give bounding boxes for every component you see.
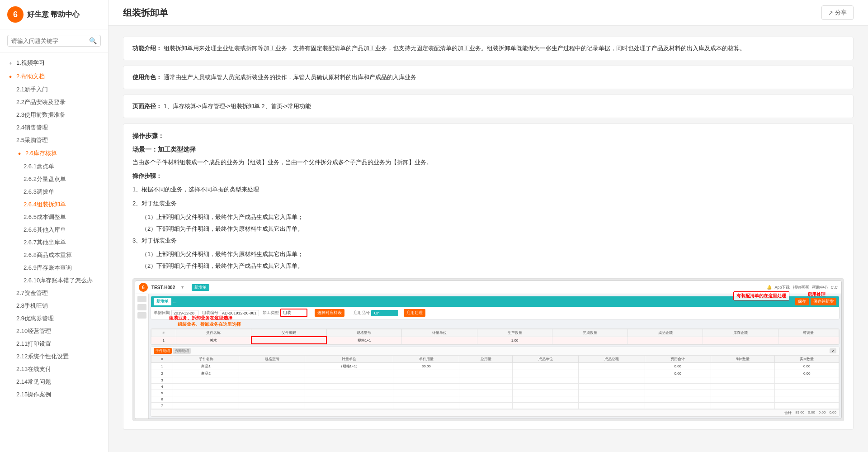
sidebar-item-video[interactable]: ＋ 1.视频学习	[0, 56, 108, 70]
intro-text: 组装拆卸单用来处理企业组装或拆卸等加工业务，支持有固定装配清单的产品加工业务，也…	[164, 45, 745, 52]
sidebar-item-cost-calc[interactable]: 2.6.8商品成本重算	[24, 249, 108, 262]
step3-sub1: （1）上部明细为父件明细，最终作为原材料生成其它出库单；	[142, 249, 844, 259]
upper-th-avail: 可调量	[778, 329, 839, 337]
lower-expand-btn[interactable]: ⤢	[830, 348, 836, 353]
sidebar-item-cases[interactable]: 2.15操作案例	[16, 388, 108, 401]
lower-row-4: 4	[151, 384, 839, 390]
step2-sub2: （2）下部明细为子件明细，最终作为原材料生成其它出库单。	[142, 224, 844, 234]
sidebar-label-docs: 2.帮助文档	[16, 72, 45, 81]
lower-row-6: 6	[151, 396, 839, 403]
share-icon: ↗	[828, 10, 833, 16]
sidebar-item-faq[interactable]: 2.14常见问题	[16, 376, 108, 388]
lower-th-unit: 计量单位	[305, 356, 393, 363]
type-label: 加工类型	[263, 310, 279, 316]
expand-icon-video: ＋	[7, 60, 14, 66]
sidebar-item-fund[interactable]: 2.7资金管理	[16, 287, 108, 300]
app-btn-select-bom[interactable]: 选择对应料表	[315, 309, 344, 317]
type-value[interactable]: 组装	[280, 309, 307, 317]
lower-th-actual-qty: 实M数量	[775, 356, 839, 363]
search-box[interactable]: 🔍	[7, 35, 101, 47]
app-content-area: 新增单 ... 保存 保存并新增 单据日期	[135, 294, 841, 419]
logo-area: 6 好生意 帮助中心	[0, 0, 108, 29]
upper-th-spec: 规格型号	[326, 329, 402, 337]
app-sidebar-icon-2	[137, 304, 146, 310]
sidebar-item-docs[interactable]: ● 2.帮助文档	[0, 70, 108, 83]
step1: 1、根据不同的业务，选择不同单据的类型来处理	[132, 185, 844, 195]
expand-icon-docs: ●	[7, 73, 14, 80]
sidebar-item-install[interactable]: 2.2产品安装及登录	[16, 96, 108, 109]
app-sidebar-icon-3	[137, 312, 146, 319]
app-btn-save[interactable]: 保存	[795, 298, 809, 305]
lower-row-2: 2 商品2	[151, 370, 839, 377]
lower-th-no: #	[151, 356, 173, 363]
upper-th-prod-amt: 成品金额	[627, 329, 703, 337]
lower-table: 子件明细 拆卸明细 ⤢	[151, 347, 840, 417]
lower-table-tabs: 子件明细 拆卸明细	[154, 348, 191, 354]
sidebar-item-other-out[interactable]: 2.6.7其他出库单	[24, 236, 108, 249]
app-form-tab-new[interactable]: 新增单	[154, 298, 171, 305]
search-input[interactable]	[11, 38, 89, 44]
sidebar-item-cost-adjust[interactable]: 2.6.5成本调整单	[24, 211, 108, 224]
sidebar-item-adjust[interactable]: 2.6.3调拨单	[24, 186, 108, 198]
status-value[interactable]: On	[371, 310, 398, 316]
sidebar-item-ops[interactable]: 2.10经营管理	[16, 325, 108, 338]
upper-th-parent-name: 父件名称	[176, 329, 251, 337]
intro-label: 功能介绍：	[132, 45, 162, 52]
sidebar-item-stocktake[interactable]: 2.6.1盘点单	[24, 160, 108, 173]
search-area: 🔍	[0, 29, 108, 52]
search-button[interactable]: 🔍	[89, 37, 97, 44]
app-form-tab-other[interactable]: ...	[173, 300, 177, 304]
lower-th-prod-unit: 成品单位	[513, 356, 579, 363]
app-tab-active[interactable]: 新增单	[192, 284, 209, 291]
sidebar-item-custom[interactable]: 2.12系统个性化设置	[16, 350, 108, 363]
step3-label: 3、对于拆装业务	[132, 236, 844, 246]
nav-tree: ＋ 1.视频学习 ● 2.帮助文档 2.1新手入门 2.2产品安装及登录 2.3…	[0, 52, 108, 452]
sidebar-sub-docs: 2.1新手入门 2.2产品安装及登录 2.3使用前数据准备 2.4销售管理 2.…	[0, 83, 108, 401]
ops-label: 操作步骤：	[132, 132, 844, 140]
sidebar-item-data-prep[interactable]: 2.3使用前数据准备	[16, 109, 108, 121]
upper-th-stock-amt: 库存金额	[703, 329, 778, 337]
sidebar-item-inventory[interactable]: ● 2.6库存核算	[16, 147, 108, 160]
lower-th-spec: 规格型号	[239, 356, 305, 363]
upper-cell-doneqty-1	[552, 337, 628, 344]
upper-th-parent-code: 父件编码	[251, 329, 327, 337]
lower-row-1: 1 商品1 （规格1+1） 30.00	[151, 363, 839, 370]
app-nav-tabs: 新增单	[192, 284, 763, 291]
share-button[interactable]: ↗ 分享	[821, 5, 854, 20]
lower-data-table: # 子件名称 规格型号 计量单位 单件用量 总用量 成品单位	[151, 355, 839, 409]
app-logo-small: 6	[139, 283, 148, 292]
annotation-bom: 有装配清单的在这里处理	[733, 291, 789, 300]
screenshot-wrapper: 6 TEST-H002 ▼ 新增单 🔔 App下载 招销帮帮	[132, 278, 844, 421]
sidebar-item-assemble[interactable]: 2.6.4组装拆卸单	[24, 198, 108, 211]
upper-cell-code-1	[251, 337, 327, 344]
app-btn-save-new[interactable]: 保存并新增	[811, 298, 836, 305]
app-sidebar-mini	[135, 294, 149, 419]
sidebar-item-mobile[interactable]: 2.8手机旺铺	[16, 300, 108, 312]
scenario1-title: 场景一：加工类型选择	[132, 146, 844, 154]
upper-cell-avail-1	[778, 337, 839, 344]
sidebar-item-other-in[interactable]: 2.6.6其他入库单	[24, 224, 108, 236]
scenario1-desc1: 当由多个子件材料组装成一个成品的业务为【组装】业务，当由一个父件拆分成多个子产品…	[132, 157, 844, 167]
footer-total-label: 合计	[784, 410, 792, 415]
app-btn-process[interactable]: 启用处理	[404, 309, 425, 317]
sidebar-item-coupon[interactable]: 2.9优惠券管理	[16, 312, 108, 325]
sidebar-label-inventory: 2.6库存核算	[25, 149, 57, 157]
sidebar-item-sales[interactable]: 2.4销售管理	[16, 121, 108, 134]
upper-cell-no-1: 1	[151, 337, 176, 344]
sidebar-item-stock-error[interactable]: 2.6.10库存账本错了怎么办	[24, 274, 108, 287]
lower-tab-child[interactable]: 子件明细	[154, 348, 172, 354]
upper-th-done-qty: 完成数量	[552, 329, 628, 337]
app-breadcrumb-separator: ▼	[180, 285, 184, 290]
lower-tab-disassemble[interactable]: 拆卸明细	[173, 348, 191, 354]
sidebar-item-partial-stocktake[interactable]: 2.6.2分量盘点单	[24, 173, 108, 186]
sidebar-item-purchase[interactable]: 2.5采购管理	[16, 134, 108, 147]
sidebar-item-online-pay[interactable]: 2.13在线支付	[16, 363, 108, 376]
field-status: 启用品号 On	[354, 310, 398, 316]
sidebar-item-print[interactable]: 2.11打印设置	[16, 338, 108, 350]
step2-subs: （1）上部明细为父件明细，最终作为产成品生成其它入库单； （2）下部明细为子件明…	[142, 212, 844, 234]
sidebar-item-new-user[interactable]: 2.1新手入门	[16, 83, 108, 96]
sidebar-item-stock-check[interactable]: 2.6.9库存账本查询	[24, 262, 108, 274]
share-label: 分享	[835, 9, 847, 17]
upper-annotation: 组装业务、拆卸业务在这里选择	[151, 321, 840, 328]
path-text: 1、库存核算->库存管理->组装拆卸单 2、首页->常用功能	[164, 103, 311, 109]
